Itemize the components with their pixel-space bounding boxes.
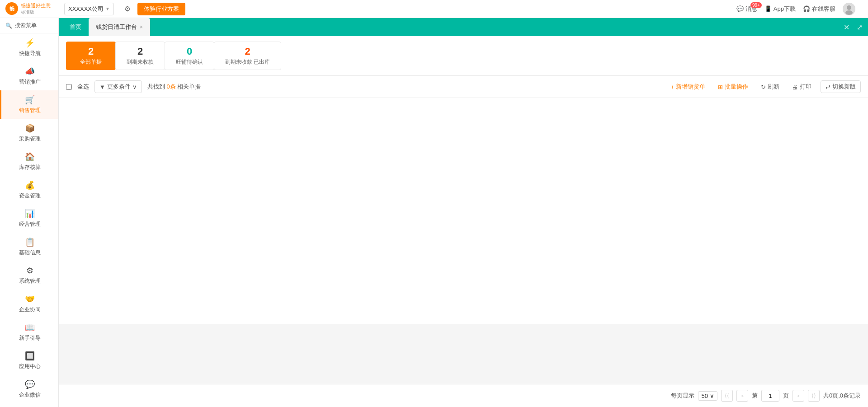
stat-tab-all[interactable]: 2 全部单据 xyxy=(66,42,116,70)
message-action[interactable]: 💬 消息 99+ xyxy=(736,5,757,13)
sidebar-item-label: 资金管理 xyxy=(19,192,41,200)
page-suffix: 页 xyxy=(783,392,789,400)
tab-close-window-icon[interactable]: ✕ xyxy=(842,21,851,33)
stat-shipped-number: 2 xyxy=(245,46,250,57)
found-text: 共找到 0条 相关单据 xyxy=(147,83,201,91)
sidebar-search[interactable]: 🔍 搜索菜单 xyxy=(0,18,58,33)
app-download-action[interactable]: 📱 App下载 xyxy=(764,5,796,13)
finance-icon: 💰 xyxy=(25,180,35,190)
sidebar-item-system[interactable]: ⚙ 系统管理 xyxy=(0,261,58,290)
tab-daily-work[interactable]: 钱货日清工作台 × xyxy=(89,18,150,36)
sidebar-item-operations[interactable]: 📊 经营管理 xyxy=(0,204,58,233)
logo-sub: 标准版 xyxy=(21,9,51,15)
sidebar-item-label: 快捷导航 xyxy=(19,50,41,57)
sidebar-item-wecom[interactable]: 💬 企业微信 xyxy=(0,375,58,403)
logo-icon: 畅 xyxy=(5,2,18,15)
tab-expand-icon[interactable]: ⤢ xyxy=(855,21,864,33)
svg-text:畅: 畅 xyxy=(9,6,14,11)
sidebar-item-finance[interactable]: 💰 资金管理 xyxy=(0,176,58,204)
stat-all-label: 全部单据 xyxy=(80,58,102,66)
sidebar-item-purchase[interactable]: 📦 采购管理 xyxy=(0,119,58,147)
sidebar-item-sales[interactable]: 🛒 销售管理 xyxy=(0,90,58,119)
search-icon: 🔍 xyxy=(5,23,12,29)
header-right: 💬 消息 99+ 📱 App下载 🎧 在线客服 xyxy=(736,3,863,15)
sidebar-item-label: 销售管理 xyxy=(19,107,41,114)
page-total: 共0页,0条记录 xyxy=(823,392,861,400)
main-content: 2 全部单据 2 到期未收款 0 旺辅待确认 2 到期未收款 已出库 全选 ▼ … xyxy=(59,36,868,407)
chevron-down-icon: ∨ xyxy=(710,393,714,399)
sidebar-item-label: 经营管理 xyxy=(19,220,41,228)
select-all-checkbox[interactable] xyxy=(66,84,72,90)
pagination: 每页显示 50 ∨ ⟨⟨ ＜ 第 页 ＞ ⟩⟩ 共0页,0条记录 xyxy=(59,384,868,407)
sales-icon: 🛒 xyxy=(25,95,35,105)
sidebar-item-basics[interactable]: 📋 基础信息 xyxy=(0,233,58,261)
experience-button[interactable]: 体验行业方案 xyxy=(137,3,185,15)
settings-icon[interactable]: ⚙ xyxy=(121,3,134,15)
switch-new-version-button[interactable]: ⇄ 切换新版 xyxy=(821,80,861,93)
purchase-icon: 📦 xyxy=(25,123,35,133)
page-label: 第 xyxy=(752,392,758,400)
guide-icon: 📖 xyxy=(25,323,35,332)
switch-icon: ⇄ xyxy=(826,84,830,90)
online-service-action[interactable]: 🎧 在线客服 xyxy=(803,5,835,13)
print-icon: 🖨 xyxy=(792,84,798,90)
last-page-button[interactable]: ⟩⟩ xyxy=(808,390,820,402)
logo-text: 畅捷通好生意 xyxy=(21,2,51,9)
wecom-icon: 💬 xyxy=(25,379,35,389)
sidebar-item-label: 企业微信 xyxy=(19,391,41,399)
stat-overdue-number: 2 xyxy=(137,46,143,57)
tab-home[interactable]: 首页 xyxy=(62,18,89,36)
app-download-label: App下载 xyxy=(774,5,796,13)
data-area xyxy=(59,98,868,324)
chevron-down-icon: ∨ xyxy=(132,84,137,90)
sidebar-item-enterprise-collab[interactable]: 🤝 企业协同 xyxy=(0,290,58,318)
select-all-label: 全选 xyxy=(77,83,89,91)
filter-icon: ▼ xyxy=(99,84,105,90)
stat-tab-pending[interactable]: 0 旺辅待确认 xyxy=(165,42,214,70)
sidebar-item-marketing[interactable]: 📣 营销推广 xyxy=(0,62,58,90)
tab-close-icon[interactable]: × xyxy=(140,24,143,30)
system-icon: ⚙ xyxy=(26,266,33,276)
stat-tab-shipped[interactable]: 2 到期未收款 已出库 xyxy=(214,42,281,70)
page-input[interactable] xyxy=(761,390,779,402)
operations-icon: 📊 xyxy=(25,209,35,219)
first-page-button[interactable]: ⟨⟨ xyxy=(721,390,733,402)
next-page-button[interactable]: ＞ xyxy=(793,390,804,402)
stat-tab-overdue[interactable]: 2 到期未收款 xyxy=(115,42,165,70)
batch-icon: ⊞ xyxy=(718,84,723,90)
appstore-icon: 🔲 xyxy=(25,351,35,361)
more-filter-button[interactable]: ▼ 更多条件 ∨ xyxy=(94,80,142,93)
per-page-select[interactable]: 50 ∨ xyxy=(698,391,717,401)
new-sale-order-button[interactable]: + 新增销货单 xyxy=(667,81,709,93)
batch-label: 批量操作 xyxy=(725,83,748,91)
company-selector[interactable]: XXXXXX公司 ▼ xyxy=(64,3,114,15)
new-sale-order-label: 新增销货单 xyxy=(676,83,705,91)
toolbar: 全选 ▼ 更多条件 ∨ 共找到 0条 相关单据 + 新增销货单 ⊞ 批量操作 xyxy=(59,76,868,98)
stat-all-number: 2 xyxy=(88,46,94,57)
stat-pending-label: 旺辅待确认 xyxy=(176,58,203,66)
content-wrapper: 2 全部单据 2 到期未收款 0 旺辅待确认 2 到期未收款 已出库 全选 ▼ … xyxy=(59,36,868,324)
sidebar-item-quick-nav[interactable]: ⚡ 快捷导航 xyxy=(0,33,58,62)
sidebar-item-inventory[interactable]: 🏠 库存核算 xyxy=(0,147,58,176)
sidebar-item-appstore[interactable]: 🔲 应用中心 xyxy=(0,346,58,375)
sidebar-item-member[interactable]: ♦ 畅会员 xyxy=(0,403,58,407)
marketing-icon: 📣 xyxy=(25,66,35,76)
quick-nav-icon: ⚡ xyxy=(25,38,35,48)
print-label: 打印 xyxy=(800,83,811,91)
message-badge: 99+ xyxy=(750,2,762,8)
app-download-icon: 📱 xyxy=(764,5,772,12)
sidebar-item-label: 营销推广 xyxy=(19,78,41,86)
sidebar-item-label: 系统管理 xyxy=(19,277,41,285)
refresh-button[interactable]: ↻ 刷新 xyxy=(757,81,783,93)
message-icon: 💬 xyxy=(736,5,744,12)
plus-icon: + xyxy=(670,84,674,90)
prev-page-button[interactable]: ＜ xyxy=(736,390,748,402)
batch-operation-button[interactable]: ⊞ 批量操作 xyxy=(714,81,752,93)
print-button[interactable]: 🖨 打印 xyxy=(788,81,815,93)
sidebar-item-guide[interactable]: 📖 新手引导 xyxy=(0,318,58,346)
svg-point-3 xyxy=(847,5,851,10)
filter-label: 更多条件 xyxy=(107,83,131,91)
avatar[interactable] xyxy=(843,3,855,15)
logo-area: 畅 畅捷通好生意 标准版 xyxy=(5,2,64,15)
stat-overdue-label: 到期未收款 xyxy=(127,58,154,66)
